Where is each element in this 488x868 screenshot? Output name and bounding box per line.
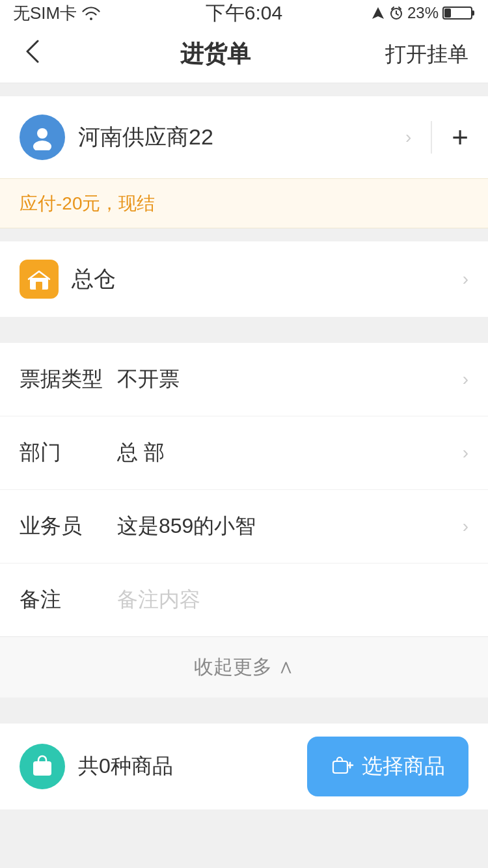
carrier-text: 无SIM卡	[13, 2, 77, 25]
svg-point-8	[37, 128, 47, 139]
svg-rect-12	[33, 761, 51, 776]
warehouse-icon	[20, 260, 59, 299]
department-label: 部门	[20, 439, 111, 467]
remark-label: 备注	[20, 586, 111, 614]
supplier-separator	[431, 121, 432, 154]
collapse-button[interactable]: 收起更多 ∧	[0, 636, 488, 698]
add-supplier-button[interactable]: +	[452, 123, 468, 152]
supplier-row[interactable]: 河南供应商22 › +	[0, 96, 488, 178]
warehouse-chevron-icon: ›	[463, 269, 468, 290]
cart-icon	[331, 755, 354, 778]
department-value: 总 部	[117, 439, 463, 467]
supplier-chevron-icon: ›	[405, 127, 411, 148]
department-chevron-icon: ›	[463, 442, 468, 463]
salesperson-chevron-icon: ›	[463, 516, 468, 537]
supplier-actions: › +	[405, 121, 468, 154]
gray-area	[0, 809, 488, 868]
remark-placeholder: 备注内容	[117, 586, 468, 614]
supplier-section: 河南供应商22 › + 应付-20元，现结	[0, 96, 488, 228]
invoice-label: 票据类型	[20, 365, 111, 394]
invoice-chevron-icon: ›	[463, 369, 468, 390]
supplier-name: 河南供应商22	[78, 122, 405, 152]
collapse-label: 收起更多 ∧	[194, 656, 293, 677]
select-product-button[interactable]: 选择商品	[307, 737, 468, 796]
product-count: 共0种商品	[78, 752, 294, 781]
wifi-icon	[82, 6, 100, 20]
remark-row[interactable]: 备注 备注内容	[0, 563, 488, 636]
department-row[interactable]: 部门 总 部 ›	[0, 416, 488, 490]
bottom-bar: 共0种商品 选择商品	[0, 724, 488, 809]
open-hang-button[interactable]: 打开挂单	[385, 40, 468, 69]
warehouse-row[interactable]: 总仓 ›	[0, 241, 488, 317]
notice-text: 应付-20元，现结	[20, 193, 155, 213]
section-divider-3	[0, 317, 488, 330]
svg-rect-6	[472, 10, 474, 16]
section-divider-2	[0, 228, 488, 241]
invoice-value: 不开票	[117, 365, 463, 394]
select-btn-label: 选择商品	[362, 752, 445, 781]
svg-line-2	[396, 14, 398, 15]
status-right: 23%	[371, 4, 475, 22]
svg-rect-13	[333, 761, 347, 773]
status-left: 无SIM卡	[13, 2, 100, 25]
alarm-icon	[389, 6, 403, 20]
battery-percent: 23%	[407, 4, 439, 22]
warehouse-section: 总仓 ›	[0, 241, 488, 317]
warehouse-name: 总仓	[72, 264, 463, 294]
salesperson-row[interactable]: 业务员 这是859的小智 ›	[0, 490, 488, 563]
page-title: 进货单	[180, 38, 251, 70]
notice-banner: 应付-20元，现结	[0, 178, 488, 228]
form-section: 票据类型 不开票 › 部门 总 部 › 业务员 这是859的小智 › 备注 备注…	[0, 343, 488, 636]
supplier-avatar	[20, 115, 65, 160]
status-time: 下午6:04	[206, 0, 282, 27]
salesperson-value: 这是859的小智	[117, 512, 463, 541]
status-bar: 无SIM卡 下午6:04 23%	[0, 0, 488, 26]
svg-rect-11	[36, 282, 42, 290]
section-divider-1	[0, 83, 488, 96]
back-button[interactable]	[20, 33, 46, 75]
svg-point-9	[33, 141, 51, 150]
section-divider-4	[0, 698, 488, 711]
svg-rect-7	[444, 8, 451, 18]
product-icon	[20, 744, 65, 789]
invoice-row[interactable]: 票据类型 不开票 ›	[0, 343, 488, 416]
salesperson-label: 业务员	[20, 512, 111, 541]
location-icon	[371, 6, 385, 20]
battery-icon	[442, 5, 475, 21]
nav-bar: 进货单 打开挂单	[0, 26, 488, 83]
